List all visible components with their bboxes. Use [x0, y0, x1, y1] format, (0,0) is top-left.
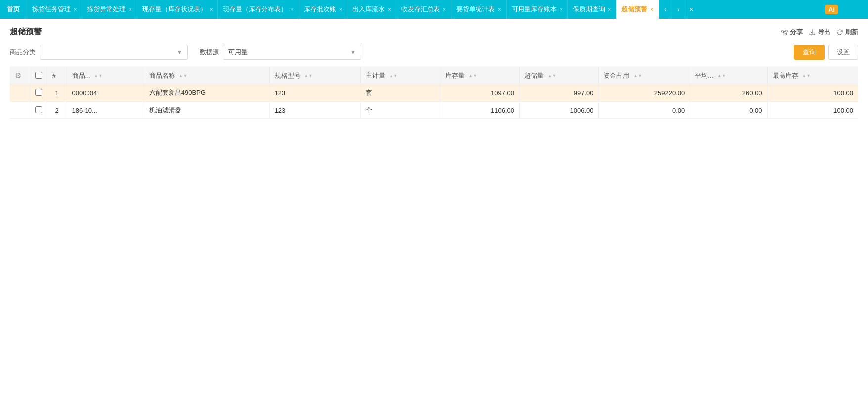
- datasource-select[interactable]: 可用量 ▼: [223, 45, 361, 60]
- datasource-select-value: 可用量: [228, 48, 248, 57]
- share-icon: [781, 29, 788, 36]
- nav-item-11[interactable]: 超储预警 ×: [616, 0, 658, 19]
- row1-num: 1: [47, 84, 67, 102]
- row1-goods-code: 0000004: [67, 84, 144, 102]
- col-num-header: #: [47, 67, 67, 84]
- nav-item-11-close[interactable]: ×: [650, 6, 653, 12]
- nav-item-2-close[interactable]: ×: [129, 6, 131, 12]
- nav-item-6[interactable]: 出入库流水 ×: [347, 0, 396, 19]
- sort-stock-icon[interactable]: ▲▼: [468, 74, 477, 78]
- nav-item-10-close[interactable]: ×: [608, 6, 611, 12]
- nav-item-1-close[interactable]: ×: [74, 6, 77, 12]
- nav-home[interactable]: 首页: [0, 0, 27, 19]
- filter-buttons: 查询 设置: [794, 45, 858, 60]
- table-row: 2 186-10... 机油滤清器 123 个 1106.00 1006.00 …: [10, 102, 858, 119]
- nav-item-4[interactable]: 现存量（库存分布表） ×: [218, 0, 299, 19]
- col-check: [30, 67, 47, 84]
- page-actions: 分享 导出 刷新: [781, 28, 858, 37]
- sort-max-stock-icon[interactable]: ▲▼: [802, 74, 811, 78]
- sort-capital-icon[interactable]: ▲▼: [633, 74, 642, 78]
- nav-item-1-label: 拣货任务管理: [32, 5, 71, 14]
- row1-max-stock: 100.00: [767, 84, 858, 102]
- sort-goods-code-icon[interactable]: ▲▼: [94, 74, 103, 78]
- gear-header-icon[interactable]: ⚙: [15, 71, 21, 79]
- sort-goods-name-icon[interactable]: ▲▼: [178, 74, 187, 78]
- datasource-filter-label: 数据源: [200, 48, 219, 57]
- export-icon: [809, 29, 816, 36]
- table-header-row: ⚙ # 商品... ▲▼ 商品名称 ▲▼ 规格型号 ▲▼: [10, 67, 858, 84]
- nav-item-11-label: 超储预警: [621, 5, 647, 14]
- nav-item-5[interactable]: 库存批次账 ×: [299, 0, 347, 19]
- row1-checkbox[interactable]: [35, 89, 42, 96]
- nav-item-3[interactable]: 现存量（库存状况表） ×: [137, 0, 218, 19]
- row1-over-stock: 997.00: [520, 84, 599, 102]
- sort-avg-icon[interactable]: ▲▼: [717, 74, 726, 78]
- select-all-checkbox[interactable]: [35, 72, 42, 79]
- filter-row: 商品分类 ▼ 数据源 可用量 ▼ 查询 设置: [10, 45, 858, 60]
- data-table: ⚙ # 商品... ▲▼ 商品名称 ▲▼ 规格型号 ▲▼: [10, 67, 858, 119]
- nav-item-3-close[interactable]: ×: [210, 6, 213, 12]
- sort-unit-icon[interactable]: ▲▼: [389, 74, 398, 78]
- refresh-action[interactable]: 刷新: [836, 28, 858, 37]
- nav-item-3-label: 现存量（库存状况表）: [142, 5, 207, 14]
- category-filter-group: 商品分类 ▼: [10, 45, 188, 60]
- col-avg-header: 平均... ▲▼: [690, 67, 767, 84]
- query-button[interactable]: 查询: [794, 45, 825, 60]
- nav-item-2-label: 拣货异常处理: [87, 5, 126, 14]
- nav-item-5-close[interactable]: ×: [339, 6, 342, 12]
- category-select[interactable]: ▼: [40, 45, 188, 60]
- nav-item-4-close[interactable]: ×: [290, 6, 293, 12]
- ai-badge[interactable]: Ai: [825, 5, 838, 14]
- row2-spec: 123: [269, 102, 361, 119]
- row2-goods-name: 机油滤清器: [144, 102, 269, 119]
- share-action[interactable]: 分享: [781, 28, 803, 37]
- export-label: 导出: [818, 28, 830, 37]
- category-dropdown-icon: ▼: [177, 49, 182, 55]
- sort-over-stock-icon[interactable]: ▲▼: [548, 74, 557, 78]
- nav-item-9-close[interactable]: ×: [560, 6, 563, 12]
- nav-prev-arrow[interactable]: ‹: [659, 0, 672, 19]
- export-action[interactable]: 导出: [809, 28, 830, 37]
- col-stock-header: 库存量 ▲▼: [440, 67, 519, 84]
- nav-item-9[interactable]: 可用量库存账本 ×: [507, 0, 568, 19]
- nav-item-7[interactable]: 收发存汇总表 ×: [396, 0, 451, 19]
- col-gear: ⚙: [10, 67, 30, 84]
- row1-goods-name: 六配套新昌490BPG: [144, 84, 269, 102]
- nav-item-4-label: 现存量（库存分布表）: [223, 5, 287, 14]
- page-title: 超储预警: [10, 27, 42, 37]
- page-content: 超储预警 分享 导出 刷新: [0, 19, 868, 127]
- row2-num: 2: [47, 102, 67, 119]
- row2-capital: 0.00: [599, 102, 690, 119]
- row2-goods-code: 186-10...: [67, 102, 144, 119]
- nav-close-arrow[interactable]: ×: [685, 0, 697, 19]
- col-goods-code-header: 商品... ▲▼: [67, 67, 144, 84]
- nav-next-arrow[interactable]: ›: [672, 0, 685, 19]
- col-spec-header: 规格型号 ▲▼: [269, 67, 361, 84]
- row1-gear: [10, 84, 30, 102]
- row2-stock: 1106.00: [440, 102, 519, 119]
- nav-item-7-close[interactable]: ×: [443, 6, 446, 12]
- nav-item-1[interactable]: 拣货任务管理 ×: [27, 0, 82, 19]
- nav-item-10[interactable]: 保质期查询 ×: [568, 0, 616, 19]
- setting-button[interactable]: 设置: [828, 45, 858, 60]
- category-filter-label: 商品分类: [10, 48, 36, 57]
- nav-item-8[interactable]: 要货单统计表 ×: [451, 0, 506, 19]
- row2-avg: 0.00: [690, 102, 767, 119]
- row1-avg: 260.00: [690, 84, 767, 102]
- datasource-filter-group: 数据源 可用量 ▼: [200, 45, 361, 60]
- row2-checkbox[interactable]: [35, 106, 42, 113]
- row1-capital: 259220.00: [599, 84, 690, 102]
- nav-item-9-label: 可用量库存账本: [512, 5, 557, 14]
- col-over-stock-header: 超储量 ▲▼: [520, 67, 599, 84]
- refresh-label: 刷新: [845, 28, 858, 37]
- nav-item-2[interactable]: 拣货异常处理 ×: [82, 0, 137, 19]
- row2-max-stock: 100.00: [767, 102, 858, 119]
- row2-gear: [10, 102, 30, 119]
- row1-stock: 1097.00: [440, 84, 519, 102]
- sort-spec-icon[interactable]: ▲▼: [304, 74, 313, 78]
- nav-item-8-close[interactable]: ×: [498, 6, 501, 12]
- col-goods-name-header: 商品名称 ▲▼: [144, 67, 269, 84]
- nav-item-6-close[interactable]: ×: [388, 6, 391, 12]
- row1-unit: 套: [361, 84, 440, 102]
- col-unit-header: 主计量 ▲▼: [361, 67, 440, 84]
